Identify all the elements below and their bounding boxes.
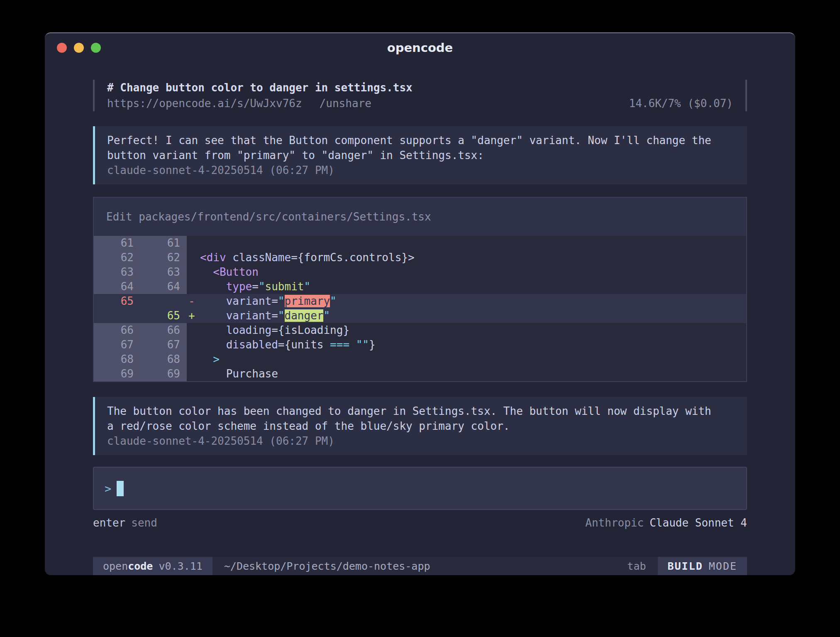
- diff-row: 6666 loading={isLoading}: [94, 323, 746, 338]
- diff-gutter: 6161: [94, 236, 187, 250]
- context-marker: [187, 338, 200, 352]
- old-line-number: 64: [94, 279, 140, 294]
- new-line-number: 68: [140, 352, 187, 367]
- new-line-number: [140, 294, 187, 309]
- model-timestamp: claude-sonnet-4-20250514 (06:27 PM): [107, 434, 735, 448]
- message-line: The button color has been changed to dan…: [107, 404, 735, 419]
- old-line-number: [94, 309, 140, 323]
- message-line: button variant from "primary" to "danger…: [107, 148, 735, 163]
- diff-code-line: >: [200, 352, 220, 367]
- diff-row: 65- variant="primary": [94, 294, 746, 309]
- removed-marker: -: [187, 294, 200, 309]
- diff-code-line: variant="primary": [200, 294, 337, 309]
- diff-code-line: type="submit": [200, 279, 310, 294]
- titlebar: opencode: [45, 33, 795, 62]
- new-line-number: 61: [140, 236, 187, 250]
- diff-gutter: 65: [94, 294, 187, 309]
- mode-segment[interactable]: BUILD MODE: [658, 557, 747, 575]
- app-window: opencode # Change button color to danger…: [45, 32, 795, 575]
- context-marker: [187, 236, 200, 250]
- new-line-number: 69: [140, 367, 187, 381]
- text-cursor: [117, 481, 124, 496]
- diff-code-line: Purchase: [200, 367, 278, 381]
- new-line-number: 62: [140, 250, 187, 265]
- model-timestamp: claude-sonnet-4-20250514 (06:27 PM): [107, 163, 735, 178]
- diff-gutter: 6363: [94, 265, 187, 279]
- tab-key-hint: tab: [627, 557, 657, 575]
- diff-gutter: 6868: [94, 352, 187, 367]
- diff-code-line: variant="danger": [200, 309, 330, 323]
- app-name-bold: code: [128, 560, 153, 572]
- zoom-icon[interactable]: [91, 43, 101, 53]
- model-label: Claude Sonnet 4: [650, 517, 747, 529]
- assistant-message: Perfect! I can see that the Button compo…: [93, 126, 747, 184]
- old-line-number: 62: [94, 250, 140, 265]
- context-marker: [187, 323, 200, 338]
- message-line: Perfect! I can see that the Button compo…: [107, 133, 735, 148]
- assistant-message: The button color has been changed to dan…: [93, 397, 747, 455]
- diff-code-line: <div className={formCs.controls}>: [200, 250, 415, 265]
- window-title: opencode: [387, 41, 453, 55]
- diff-row: 6767 disabled={units === ""}: [94, 338, 746, 352]
- old-line-number: 69: [94, 367, 140, 381]
- diff-row: 65+ variant="danger": [94, 309, 746, 323]
- minimize-icon[interactable]: [74, 43, 84, 53]
- diff-row: 6262<div className={formCs.controls}>: [94, 250, 746, 265]
- diff-gutter: 6666: [94, 323, 187, 338]
- unshare-command[interactable]: /unshare: [320, 97, 371, 110]
- diff-gutter: 6969: [94, 367, 187, 381]
- enter-key-hint: enter: [93, 517, 125, 529]
- diff-code-line: <Button: [200, 265, 259, 279]
- edit-tool-card: Edit packages/frontend/src/containers/Se…: [93, 197, 747, 382]
- old-line-number: 66: [94, 323, 140, 338]
- old-line-number: 68: [94, 352, 140, 367]
- working-directory: ~/Desktop/Projects/demo-notes-app: [212, 557, 430, 575]
- status-bar: opencode v0.3.11 ~/Desktop/Projects/demo…: [93, 557, 747, 575]
- diff-row: 6969 Purchase: [94, 367, 746, 381]
- context-marker: [187, 250, 200, 265]
- diff-gutter: 6464: [94, 279, 187, 294]
- new-line-number: 64: [140, 279, 187, 294]
- diff-gutter: 65: [94, 309, 187, 323]
- app-version-segment: opencode v0.3.11: [93, 557, 212, 575]
- prompt-input[interactable]: >: [93, 467, 747, 510]
- diff-gutter: 6262: [94, 250, 187, 265]
- provider-label: Anthropic: [585, 517, 644, 529]
- app-version: v0.3.11: [159, 560, 202, 572]
- mode-suffix: MODE: [709, 560, 737, 572]
- diff-row: 6464 type="submit": [94, 279, 746, 294]
- close-icon[interactable]: [57, 43, 67, 53]
- diff-row: 6161: [94, 236, 746, 250]
- session-header: # Change button color to danger in setti…: [93, 80, 747, 111]
- new-line-number: 66: [140, 323, 187, 338]
- old-line-number: 63: [94, 265, 140, 279]
- diff-row: 6868 >: [94, 352, 746, 367]
- hints-row: enter send Anthropic Claude Sonnet 4: [93, 517, 747, 529]
- diff-gutter: 6767: [94, 338, 187, 352]
- share-url-link[interactable]: https://opencode.ai/s/UwJxv76z: [107, 97, 302, 110]
- old-line-number: 67: [94, 338, 140, 352]
- prompt-chevron-icon: >: [105, 482, 111, 495]
- new-line-number: 65: [140, 309, 187, 323]
- new-line-number: 67: [140, 338, 187, 352]
- old-line-number: 65: [94, 294, 140, 309]
- context-marker: [187, 279, 200, 294]
- terminal-content: # Change button color to danger in setti…: [45, 62, 795, 575]
- token-cost-stats: 14.6K/7% ($0.07): [629, 97, 733, 110]
- mode-name: BUILD: [668, 560, 703, 572]
- diff-code-line: loading={isLoading}: [200, 323, 349, 338]
- diff-code-line: disabled={units === ""}: [200, 338, 376, 352]
- added-marker: +: [187, 309, 200, 323]
- diff-rows: 61616262<div className={formCs.controls}…: [94, 236, 746, 381]
- context-marker: [187, 367, 200, 381]
- app-name-regular: open: [103, 560, 128, 572]
- old-line-number: 61: [94, 236, 140, 250]
- message-line: a red/rose color scheme instead of the b…: [107, 419, 735, 434]
- send-action-hint: send: [131, 517, 157, 529]
- context-marker: [187, 352, 200, 367]
- new-line-number: 63: [140, 265, 187, 279]
- edit-file-path: Edit packages/frontend/src/containers/Se…: [94, 198, 746, 236]
- session-title: # Change button color to danger in setti…: [107, 81, 413, 94]
- diff-row: 6363 <Button: [94, 265, 746, 279]
- traffic-lights: [57, 33, 101, 62]
